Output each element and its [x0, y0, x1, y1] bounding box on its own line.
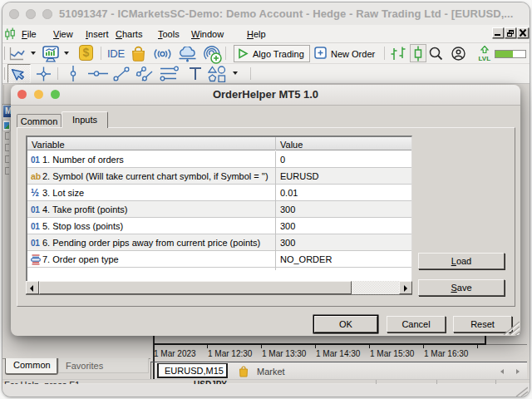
svg-text:LVL: LVL — [479, 55, 491, 62]
